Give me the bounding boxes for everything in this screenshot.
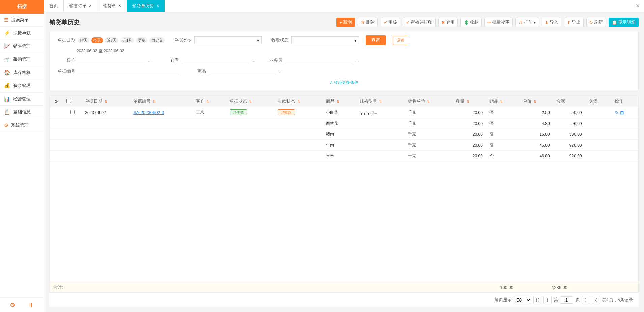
settings-button[interactable]: 设置: [393, 36, 408, 45]
row-customer: 王总: [193, 107, 226, 118]
page-prev-button[interactable]: ⟨: [543, 296, 552, 304]
warehouse-dots[interactable]: ...: [252, 58, 255, 63]
th-price[interactable]: 单价 ⇅: [520, 96, 553, 107]
goods-dots[interactable]: ...: [279, 69, 283, 74]
payment-status-select[interactable]: ▾: [291, 36, 359, 44]
payment-status-label: 收款状态: [269, 37, 289, 43]
page-last-button[interactable]: ⟩⟩: [592, 296, 600, 304]
close-all-tabs[interactable]: ✕: [632, 3, 644, 9]
customer-dots[interactable]: ...: [148, 58, 152, 63]
staff-dots[interactable]: ...: [355, 58, 359, 63]
th-goods[interactable]: 商品 ⇅: [323, 96, 356, 107]
edit-action-icon[interactable]: ✎: [615, 110, 619, 115]
export-button[interactable]: ⬆ 导出: [564, 18, 584, 27]
th-gift[interactable]: 赠品 ⇅: [486, 96, 520, 107]
sidebar-collapse-icon[interactable]: ⏸: [28, 302, 34, 309]
doc-type-filter: 单据类型 ▾: [171, 36, 262, 44]
th-customer[interactable]: 客户 ⇅: [193, 96, 226, 107]
th-price-label: 单价: [523, 99, 532, 104]
th-qty[interactable]: 数量 ⇅: [452, 96, 486, 107]
audit-button[interactable]: ✔ 审核: [381, 18, 400, 27]
staff-label: 业务员: [262, 57, 282, 63]
th-doc-status[interactable]: 单据状态 ⇅: [226, 96, 275, 107]
show-details-button[interactable]: 📋 显示明细: [609, 18, 639, 27]
customer-input[interactable]: [78, 57, 145, 64]
doc-no-link[interactable]: SA-20230602-0: [133, 110, 164, 115]
sidebar-settings-icon[interactable]: ⚙: [10, 301, 15, 309]
row-spec: [356, 151, 404, 161]
doc-type-select[interactable]: ▾: [194, 36, 262, 44]
page-input[interactable]: 1: [560, 296, 573, 304]
row-spec: [356, 129, 404, 140]
batch-change-button[interactable]: ✏ 批量变更: [484, 18, 513, 27]
row-gift: 否: [486, 118, 520, 129]
row-spec: [356, 118, 404, 129]
row-qty: 20.00: [452, 107, 486, 118]
sidebar-item-sales-mgmt[interactable]: 📈 销售管理: [0, 40, 44, 53]
row-qty: 20.00: [452, 140, 486, 151]
page-first-button[interactable]: ⟨⟨: [533, 296, 541, 304]
print-button[interactable]: 🖨 打印 ▾: [515, 18, 539, 27]
th-gift-label: 赠品: [489, 99, 498, 104]
th-settings[interactable]: ⚙: [50, 96, 63, 107]
sidebar-item-purchase-mgmt[interactable]: 🛒 采购管理: [0, 53, 44, 66]
abandon-button[interactable]: ✖ 弃审: [438, 18, 458, 27]
tab-sales-order-close[interactable]: ✕: [89, 4, 92, 8]
footer-total-qty: 100.00: [473, 285, 513, 290]
tab-home[interactable]: 首页: [44, 0, 64, 12]
tab-sales-history-close[interactable]: ✕: [156, 4, 159, 8]
goods-label: 商品: [186, 68, 206, 74]
row-checkbox-cell: [63, 107, 82, 118]
doc-no-input[interactable]: [78, 68, 179, 75]
date-option-custom[interactable]: 自定义: [149, 37, 165, 43]
import-button[interactable]: ⬇ 导入: [542, 18, 561, 27]
staff-input[interactable]: [285, 57, 353, 64]
th-spec[interactable]: 规格型号 ⇅: [356, 96, 404, 107]
per-page-select[interactable]: 50 100 200: [514, 296, 531, 304]
tab-sales-history[interactable]: 销货单历史 ✕: [127, 0, 165, 12]
tab-sales-history-label: 销货单历史: [132, 3, 154, 9]
sidebar-item-basic-info[interactable]: 📋 基础信息: [0, 106, 44, 119]
date-option-today[interactable]: 今天: [91, 37, 103, 43]
table-footer: 合计: 100.00 2,286.00: [50, 282, 638, 292]
tab-sales-goods-close[interactable]: ✕: [118, 4, 121, 8]
row-payment-status: 已收款: [274, 107, 323, 118]
th-unit[interactable]: 销售单位 ⇅: [404, 96, 453, 107]
tab-sales-goods[interactable]: 销货单 ✕: [97, 0, 127, 12]
date-option-7days[interactable]: 近7天: [105, 37, 118, 43]
sidebar-item-finance[interactable]: 💰 资金管理: [0, 79, 44, 93]
collect-button[interactable]: 💲 收款: [460, 18, 482, 27]
row-checkbox-cell: [63, 118, 82, 129]
row-date: [82, 129, 130, 140]
sidebar-item-sys-mgmt[interactable]: ⚙ 系统管理: [0, 119, 44, 132]
goods-input[interactable]: [209, 68, 276, 75]
th-date[interactable]: 单据日期 ⇅: [82, 96, 130, 107]
row-goods: 西兰花: [323, 118, 356, 129]
collapse-btn[interactable]: ∧ 收起更多条件: [55, 78, 633, 87]
warehouse-input[interactable]: [181, 57, 249, 64]
view-action-icon[interactable]: ⊞: [620, 110, 624, 115]
tab-sales-order[interactable]: 销售订单 ✕: [64, 0, 97, 12]
inventory-icon: 🏠: [4, 70, 10, 76]
date-option-1month[interactable]: 近1月: [120, 37, 134, 43]
sidebar-item-quick-nav[interactable]: ⚡ 快捷导航: [0, 27, 44, 40]
sidebar-item-inventory[interactable]: 🏠 库存核算: [0, 66, 44, 79]
refresh-button[interactable]: ↻ 刷新: [586, 18, 606, 27]
th-payment-status[interactable]: 收款状态 ⇅: [274, 96, 323, 107]
row-checkbox[interactable]: [70, 110, 75, 114]
select-all-checkbox[interactable]: [66, 99, 71, 103]
page-next-button[interactable]: ⟩: [582, 296, 590, 304]
date-option-more[interactable]: 更多: [136, 37, 147, 43]
date-option-yesterday[interactable]: 昨天: [78, 37, 89, 43]
sidebar-item-operations[interactable]: 📊 经营管理: [0, 93, 44, 106]
th-doc-no[interactable]: 单据编号 ⇅: [130, 96, 193, 107]
sidebar-item-search-menu[interactable]: ☰ 搜索菜单: [0, 14, 44, 27]
add-button[interactable]: + 新增: [336, 18, 355, 27]
tab-sales-goods-label: 销货单: [103, 3, 116, 9]
audit-print-button[interactable]: ✔ 审核并打印: [403, 18, 436, 27]
query-button[interactable]: 查询: [366, 35, 386, 45]
row-settings-cell: [50, 118, 63, 129]
row-price: 4.80: [520, 118, 553, 129]
th-payment-status-label: 收款状态: [278, 99, 295, 104]
delete-button[interactable]: 🗑 删除: [358, 18, 378, 27]
